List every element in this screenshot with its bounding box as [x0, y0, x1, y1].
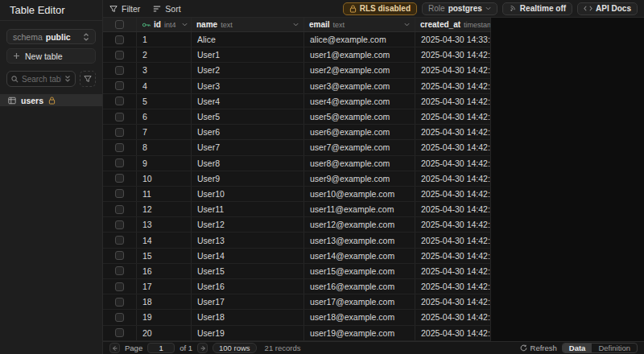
- cell-email[interactable]: user15@example.com: [304, 264, 415, 278]
- cell-name[interactable]: User9: [192, 171, 304, 186]
- select-all-checkbox[interactable]: [115, 20, 124, 29]
- row-checkbox[interactable]: [115, 81, 124, 90]
- cell-email[interactable]: user8@example.com: [304, 156, 415, 171]
- cell-id[interactable]: 16: [137, 264, 192, 278]
- filter-tables-button[interactable]: [80, 71, 96, 87]
- cell-created-at[interactable]: 2025-04-30 14:42:29.499338: [415, 310, 491, 324]
- cell-email[interactable]: user12@example.com: [304, 217, 415, 232]
- cell-name[interactable]: User4: [192, 94, 304, 109]
- rls-disabled-button[interactable]: RLS disabled: [343, 2, 417, 15]
- cell-email[interactable]: user17@example.com: [304, 294, 415, 309]
- cell-name[interactable]: User15: [192, 264, 304, 278]
- row-checkbox[interactable]: [115, 313, 124, 322]
- cell-id[interactable]: 19: [137, 310, 192, 324]
- row-checkbox[interactable]: [115, 128, 124, 137]
- row-checkbox[interactable]: [115, 205, 124, 214]
- column-header-name[interactable]: name text: [192, 18, 304, 31]
- row-checkbox[interactable]: [115, 51, 124, 60]
- cell-name[interactable]: User11: [192, 202, 304, 216]
- cell-name[interactable]: Alice: [192, 32, 304, 47]
- cell-created-at[interactable]: 2025-04-30 14:42:29.499338: [415, 264, 491, 278]
- cell-name[interactable]: User19: [192, 326, 304, 340]
- cell-email[interactable]: user13@example.com: [304, 233, 415, 247]
- cell-created-at[interactable]: 2025-04-30 14:42:29.499338: [415, 202, 491, 216]
- row-checkbox[interactable]: [115, 35, 124, 44]
- cell-id[interactable]: 18: [137, 294, 192, 309]
- cell-id[interactable]: 17: [137, 279, 192, 294]
- cell-name[interactable]: User2: [192, 63, 304, 77]
- row-checkbox[interactable]: [115, 113, 124, 121]
- cell-created-at[interactable]: 2025-04-30 14:42:29.499338: [415, 79, 491, 93]
- cell-id[interactable]: 3: [137, 63, 192, 77]
- row-checkbox[interactable]: [115, 189, 124, 198]
- cell-id[interactable]: 8: [137, 140, 192, 154]
- cell-created-at[interactable]: 2025-04-30 14:42:29.499338: [415, 156, 491, 171]
- role-select[interactable]: Role postgres: [422, 2, 497, 15]
- cell-id[interactable]: 7: [137, 125, 192, 139]
- cell-name[interactable]: User8: [192, 156, 304, 171]
- cell-email[interactable]: user10@example.com: [304, 187, 415, 201]
- cell-created-at[interactable]: 2025-04-30 14:33:57.32761: [415, 32, 491, 47]
- cell-name[interactable]: User16: [192, 279, 304, 294]
- cell-id[interactable]: 9: [137, 156, 192, 171]
- cell-email[interactable]: alice@example.com: [304, 32, 415, 47]
- cell-name[interactable]: User14: [192, 249, 304, 263]
- cell-id[interactable]: 6: [137, 109, 192, 124]
- cell-name[interactable]: User6: [192, 125, 304, 139]
- cell-id[interactable]: 1: [137, 32, 192, 47]
- row-checkbox[interactable]: [115, 66, 124, 75]
- cell-created-at[interactable]: 2025-04-30 14:42:29.499338: [415, 125, 491, 139]
- cell-email[interactable]: user7@example.com: [304, 140, 415, 154]
- tab-data[interactable]: Data: [563, 344, 592, 352]
- cell-created-at[interactable]: 2025-04-30 14:42:29.499338: [415, 294, 491, 309]
- next-page-button[interactable]: [197, 343, 208, 353]
- cell-name[interactable]: User7: [192, 140, 304, 154]
- cell-email[interactable]: user9@example.com: [304, 171, 415, 186]
- cell-name[interactable]: User13: [192, 233, 304, 247]
- api-docs-button[interactable]: API Docs: [577, 2, 638, 15]
- row-checkbox[interactable]: [115, 298, 124, 307]
- cell-created-at[interactable]: 2025-04-30 14:42:29.499338: [415, 140, 491, 154]
- chevron-down-icon[interactable]: [293, 23, 299, 27]
- cell-email[interactable]: user16@example.com: [304, 279, 415, 294]
- chevron-down-icon[interactable]: [182, 23, 188, 27]
- row-checkbox[interactable]: [115, 282, 124, 291]
- cell-name[interactable]: User18: [192, 310, 304, 324]
- column-header-email[interactable]: email text: [304, 18, 415, 31]
- cell-email[interactable]: user19@example.com: [304, 326, 415, 340]
- cell-email[interactable]: user3@example.com: [304, 79, 415, 93]
- cell-id[interactable]: 15: [137, 249, 192, 263]
- cell-id[interactable]: 20: [137, 326, 192, 340]
- cell-email[interactable]: user14@example.com: [304, 249, 415, 263]
- cell-id[interactable]: 5: [137, 94, 192, 109]
- cell-created-at[interactable]: 2025-04-30 14:42:29.499338: [415, 47, 491, 62]
- cell-id[interactable]: 11: [137, 187, 192, 201]
- cell-email[interactable]: user18@example.com: [304, 310, 415, 324]
- cell-name[interactable]: User3: [192, 79, 304, 93]
- new-table-button[interactable]: New table: [6, 48, 96, 64]
- column-header-id[interactable]: id int4: [137, 18, 192, 31]
- row-checkbox[interactable]: [115, 251, 124, 260]
- cell-created-at[interactable]: 2025-04-30 14:42:29.499338: [415, 63, 491, 77]
- cell-created-at[interactable]: 2025-04-30 14:42:29.499338: [415, 94, 491, 109]
- column-header-created-at[interactable]: created_at timestamp: [415, 18, 491, 31]
- search-tables-input[interactable]: [22, 75, 61, 84]
- cell-created-at[interactable]: 2025-04-30 14:42:29.499338: [415, 217, 491, 232]
- row-checkbox[interactable]: [115, 236, 124, 245]
- cell-id[interactable]: 10: [137, 171, 192, 186]
- tab-definition[interactable]: Definition: [592, 344, 637, 352]
- row-checkbox[interactable]: [115, 328, 124, 337]
- cell-email[interactable]: user5@example.com: [304, 109, 415, 124]
- filter-button[interactable]: Filter: [109, 4, 140, 14]
- cell-email[interactable]: user11@example.com: [304, 202, 415, 216]
- cell-id[interactable]: 12: [137, 202, 192, 216]
- rows-per-page-button[interactable]: 100 rows: [213, 343, 257, 353]
- cell-created-at[interactable]: 2025-04-30 14:42:29.499338: [415, 109, 491, 124]
- row-checkbox[interactable]: [115, 174, 124, 183]
- realtime-button[interactable]: Realtime off: [502, 2, 572, 15]
- prev-page-button[interactable]: [109, 343, 120, 353]
- row-checkbox[interactable]: [115, 97, 124, 105]
- cell-name[interactable]: User12: [192, 217, 304, 232]
- cell-created-at[interactable]: 2025-04-30 14:42:29.499338: [415, 171, 491, 186]
- cell-created-at[interactable]: 2025-04-30 14:42:29.499338: [415, 233, 491, 247]
